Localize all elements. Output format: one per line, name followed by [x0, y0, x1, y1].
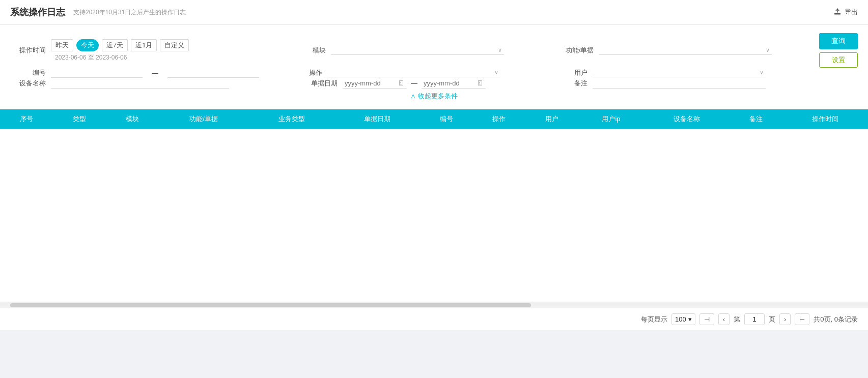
table-col-header: 业务类型	[248, 109, 334, 129]
prev-page-btn[interactable]: ‹	[718, 313, 730, 325]
user-filter-section: 用户 ∨	[552, 68, 802, 77]
per-page-caret: ▾	[688, 315, 692, 323]
page-number-input[interactable]	[744, 313, 765, 325]
filter-row-2: 编号 — 操作 ∨ 用户 ∨	[10, 68, 858, 78]
module-label: 模块	[305, 46, 331, 55]
page-header: 系统操作日志 支持2020年10月31日之后产生的操作日志 导出	[0, 0, 868, 25]
time-btn-7days[interactable]: 近7天	[102, 39, 128, 51]
number-end-input[interactable]	[170, 69, 257, 76]
table-col-header: 设备名称	[644, 109, 730, 129]
page-title: 系统操作日志	[10, 6, 65, 18]
table-header-row: 序号类型模块功能/单据业务类型单据日期编号操作用户用户ip设备名称备注操作时间	[0, 109, 868, 129]
remark-input-wrap	[593, 78, 766, 89]
calendar-start-icon[interactable]: 🗓	[398, 79, 405, 87]
device-input-wrap	[51, 78, 229, 89]
remark-filter-section: 备注	[552, 78, 802, 89]
table-col-header: 模块	[106, 109, 159, 129]
time-btn-today[interactable]: 今天	[76, 39, 99, 51]
number-start-wrap	[51, 68, 143, 78]
next-page-btn[interactable]: ›	[779, 313, 791, 325]
table-col-header: 功能/单据	[158, 109, 248, 129]
function-label: 功能/单据	[558, 46, 599, 55]
scrollbar-thumb	[10, 303, 531, 307]
table-col-header: 操作	[472, 109, 525, 129]
date-end-input[interactable]	[424, 79, 474, 87]
module-select[interactable]: ∨	[331, 46, 504, 55]
function-select[interactable]: ∨	[599, 46, 772, 55]
per-page-label: 每页显示	[641, 315, 667, 324]
data-table: 序号类型模块功能/单据业务类型单据日期编号操作用户用户ip设备名称备注操作时间	[0, 109, 868, 129]
svg-rect-0	[834, 13, 841, 14]
operation-caret: ∨	[494, 69, 498, 76]
first-page-btn[interactable]: ⊣	[699, 313, 714, 325]
date-start-input[interactable]	[345, 79, 396, 87]
action-buttons: 查询 设置	[819, 33, 858, 68]
time-label: 操作时间	[10, 46, 51, 55]
table-col-header: 类型	[53, 109, 106, 129]
export-button[interactable]: 导出	[833, 8, 858, 17]
voucher-date-range: 🗓 — 🗓	[343, 78, 486, 89]
page-subtitle: 支持2020年10月31日之后产生的操作日志	[73, 8, 186, 17]
number-start-input[interactable]	[53, 69, 141, 76]
table-header: 序号类型模块功能/单据业务类型单据日期编号操作用户用户ip设备名称备注操作时间	[0, 109, 868, 129]
last-page-btn[interactable]: ⊢	[795, 313, 809, 325]
collapse-label: 收起更多条件	[418, 92, 458, 100]
device-filter-section: 设备名称	[10, 78, 302, 89]
module-filter-section: 模块 ∨	[305, 46, 558, 55]
time-btn-1month[interactable]: 近1月	[131, 39, 157, 51]
time-filter-section: 操作时间 昨天 今天 近7天 近1月 自定义 2023-06-06 至 2023…	[10, 39, 305, 62]
user-caret: ∨	[760, 69, 764, 76]
filter-row-3: 设备名称 单据日期 🗓 — 🗓 备注	[10, 78, 858, 89]
table-container: 序号类型模块功能/单据业务类型单据日期编号操作用户用户ip设备名称备注操作时间	[0, 109, 868, 302]
operation-filter-section: 操作 ∨	[302, 68, 552, 77]
page-unit: 页	[769, 315, 775, 324]
time-btn-yesterday[interactable]: 昨天	[51, 39, 73, 51]
total-info: 共0页, 0条记录	[814, 315, 858, 324]
svg-rect-1	[834, 15, 841, 16]
number-end-wrap	[167, 68, 259, 78]
device-input[interactable]	[53, 79, 227, 87]
function-filter-section: 功能/单据 ∨	[558, 46, 811, 55]
time-buttons: 昨天 今天 近7天 近1月 自定义	[51, 39, 189, 51]
table-col-header: 序号	[0, 109, 53, 129]
table-col-header: 编号	[420, 109, 473, 129]
table-col-header: 用户ip	[578, 109, 644, 129]
table-col-header: 单据日期	[334, 109, 420, 129]
time-btn-custom[interactable]: 自定义	[160, 39, 189, 51]
remark-input[interactable]	[595, 79, 764, 87]
empty-area	[0, 129, 868, 302]
table-col-header: 备注	[730, 109, 782, 129]
user-select[interactable]: ∨	[593, 68, 766, 77]
calendar-end-icon[interactable]: 🗓	[477, 79, 484, 87]
pagination-bar: 每页显示 100 ▾ ⊣ ‹ 第 页 › ⊢ 共0页, 0条记录	[0, 308, 868, 330]
number-separator: —	[146, 69, 164, 77]
query-button[interactable]: 查询	[819, 33, 858, 49]
time-options-wrap: 昨天 今天 近7天 近1月 自定义 2023-06-06 至 2023-06-0…	[51, 39, 189, 62]
per-page-value: 100	[675, 315, 686, 323]
operation-label: 操作	[302, 68, 327, 77]
table-col-header: 用户	[525, 109, 578, 129]
function-caret: ∨	[766, 47, 770, 53]
remark-label: 备注	[552, 79, 593, 88]
number-filter-section: 编号 —	[10, 68, 302, 78]
number-label: 编号	[10, 68, 51, 77]
voucher-date-filter-section: 单据日期 🗓 — 🗓	[302, 78, 552, 89]
date-end-wrap: 🗓	[422, 78, 486, 89]
number-range: —	[51, 68, 259, 78]
collapse-bar[interactable]: ∧ 收起更多条件	[10, 89, 858, 104]
scrollbar-area[interactable]	[0, 302, 868, 308]
settings-button[interactable]: 设置	[819, 52, 858, 68]
export-icon	[833, 8, 842, 16]
collapse-icon: ∧	[410, 92, 416, 100]
per-page-select[interactable]: 100 ▾	[671, 313, 695, 325]
module-caret: ∨	[498, 47, 502, 53]
table-col-header: 操作时间	[782, 109, 868, 129]
export-label: 导出	[845, 8, 858, 17]
operation-select[interactable]: ∨	[327, 68, 500, 77]
time-range-text: 2023-06-06 至 2023-06-06	[55, 53, 189, 62]
page-label: 第	[734, 315, 740, 324]
date-start-wrap: 🗓	[343, 78, 407, 89]
filter-row-1: 操作时间 昨天 今天 近7天 近1月 自定义 2023-06-06 至 2023…	[10, 33, 858, 68]
device-label: 设备名称	[10, 79, 51, 88]
user-label: 用户	[552, 68, 593, 77]
